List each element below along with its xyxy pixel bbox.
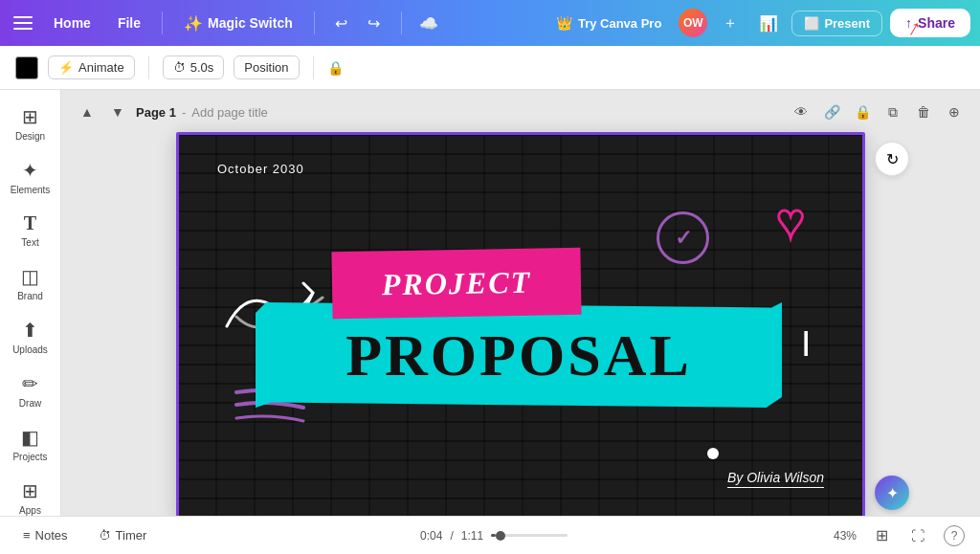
dot-decoration (707, 448, 719, 459)
page-title-left: ▲ ▼ Page 1 - Add page title (75, 100, 268, 124)
uploads-icon: ⬆ (22, 319, 38, 342)
sidebar-item-apps[interactable]: ⊞ Apps (4, 472, 57, 516)
notes-icon: ≡ (23, 528, 31, 543)
secondary-toolbar: ⚡ Animate ⏱ 5.0s Position 🔒 (0, 46, 980, 90)
magic-switch-icon: ✨ (184, 14, 203, 33)
time-display: 0:04 / 1:11 (420, 529, 568, 543)
progress-dot (496, 531, 505, 541)
slide-content: October 2030 ✓ ♥ PROJECT (179, 135, 862, 516)
project-banner: PROJECT (331, 248, 581, 320)
clock-icon: ⏱ (173, 60, 186, 75)
bottom-bar: ≡ Notes ⏱ Timer 0:04 / 1:11 43% ⊞ ⛶ ? (0, 516, 980, 554)
toolbar-divider-2 (313, 56, 314, 79)
checkmark-circle: ✓ (657, 211, 709, 264)
fullscreen-button[interactable]: ⛶ (907, 524, 928, 547)
page-add-btn[interactable]: ⊕ (942, 100, 967, 124)
file-button[interactable]: File (108, 10, 150, 36)
redo-button[interactable]: ↪ (359, 8, 390, 38)
text-icon: T (24, 212, 36, 234)
animate-button[interactable]: ⚡ Animate (48, 55, 135, 79)
sidebar-item-projects[interactable]: ◧ Projects (4, 418, 57, 470)
projects-icon: ◧ (21, 426, 39, 449)
timer-button[interactable]: ⏱ Timer (91, 524, 155, 546)
hamburger-menu[interactable] (10, 10, 36, 36)
present-button[interactable]: ⬜ Present (791, 11, 882, 36)
position-button[interactable]: Position (234, 55, 299, 79)
sidebar-item-design[interactable]: ⊞ Design (4, 98, 57, 149)
page-title-right: 👁 🔗 🔒 ⧉ 🗑 ⊕ (789, 100, 967, 124)
page-nav-up[interactable]: ▲ (75, 100, 100, 124)
help-button[interactable]: ? (944, 525, 965, 546)
home-button[interactable]: Home (44, 10, 100, 36)
page-nav-down[interactable]: ▼ (105, 100, 130, 124)
crown-icon: 👑 (556, 15, 572, 31)
page-label: Page 1 (136, 105, 176, 120)
heart-doodle: ♥ (776, 197, 805, 245)
page-lock-btn[interactable]: 🔒 (850, 100, 875, 124)
toolbar-divider-1 (148, 56, 149, 79)
nav-divider-3 (401, 11, 402, 34)
undo-button[interactable]: ↩ (326, 8, 357, 38)
duration-button[interactable]: ⏱ 5.0s (163, 55, 225, 79)
try-canva-pro-button[interactable]: 👑 Try Canva Pro (546, 10, 671, 36)
sidebar-item-draw[interactable]: ✏ Draw (4, 365, 57, 416)
main-area: ⊞ Design ✦ Elements T Text ◫ Brand ⬆ Upl… (0, 90, 980, 516)
add-page-title[interactable]: Add page title (191, 105, 268, 120)
byline-text: By Olivia Wilson (727, 470, 824, 488)
page-link-btn[interactable]: 🔗 (819, 100, 844, 124)
timer-icon: ⏱ (99, 528, 111, 543)
color-swatch[interactable] (15, 56, 38, 79)
magic-assistant-button[interactable]: ✦ (875, 476, 909, 510)
present-icon: ⬜ (804, 16, 819, 31)
brand-icon: ◫ (21, 265, 39, 288)
analytics-button[interactable]: 📊 (753, 8, 784, 38)
sidebar-item-brand[interactable]: ◫ Brand (4, 257, 57, 309)
grid-view-button[interactable]: ⊞ (872, 522, 892, 548)
page-copy-btn[interactable]: ⧉ (880, 100, 905, 124)
draw-icon: ✏ (22, 372, 38, 395)
notes-button[interactable]: ≡ Notes (15, 524, 76, 546)
animate-icon: ⚡ (58, 60, 74, 75)
page-delete-btn[interactable]: 🗑 (911, 100, 936, 124)
top-navigation: Home File ✨ Magic Switch ↩ ↪ ☁️ 👑 Try Ca… (0, 0, 980, 46)
design-icon: ⊞ (22, 105, 38, 128)
sidebar-item-elements[interactable]: ✦ Elements (4, 151, 57, 203)
sidebar: ⊞ Design ✦ Elements T Text ◫ Brand ⬆ Upl… (0, 90, 61, 516)
sidebar-item-uploads[interactable]: ⬆ Uploads (4, 311, 57, 363)
lock-icon[interactable]: 🔒 (327, 60, 344, 76)
nav-divider-2 (314, 11, 315, 34)
slide-date: October 2030 (217, 162, 304, 176)
page-title-bar: ▲ ▼ Page 1 - Add page title 👁 🔗 🔒 ⧉ 🗑 ⊕ (71, 100, 970, 124)
slide-canvas[interactable]: October 2030 ✓ ♥ PROJECT (176, 132, 865, 516)
share-button[interactable]: ↑ Share (890, 9, 970, 37)
canvas-area: ▲ ▼ Page 1 - Add page title 👁 🔗 🔒 ⧉ 🗑 ⊕ (61, 90, 980, 516)
nav-divider-1 (162, 11, 163, 34)
elements-icon: ✦ (22, 159, 38, 182)
magic-switch-button[interactable]: ✨ Magic Switch (174, 9, 302, 38)
progress-bar[interactable] (491, 534, 568, 537)
exclamation-mark: | (802, 326, 810, 357)
time-current: 0:04 (420, 529, 442, 543)
sidebar-item-text[interactable]: T Text (4, 205, 57, 255)
cloud-save-button[interactable]: ☁️ (413, 8, 444, 38)
add-collaborator-button[interactable]: ＋ (715, 8, 746, 38)
avatar[interactable]: OW (679, 9, 707, 37)
undo-redo-group: ↩ ↪ (326, 8, 390, 38)
page-separator: - (182, 105, 186, 120)
page-visibility-btn[interactable]: 👁 (789, 100, 813, 124)
apps-icon: ⊞ (22, 479, 38, 502)
refresh-button[interactable]: ↻ (875, 142, 909, 176)
share-icon: ↑ (905, 15, 912, 31)
time-total: 1:11 (461, 529, 483, 543)
zoom-level: 43% (834, 529, 857, 543)
